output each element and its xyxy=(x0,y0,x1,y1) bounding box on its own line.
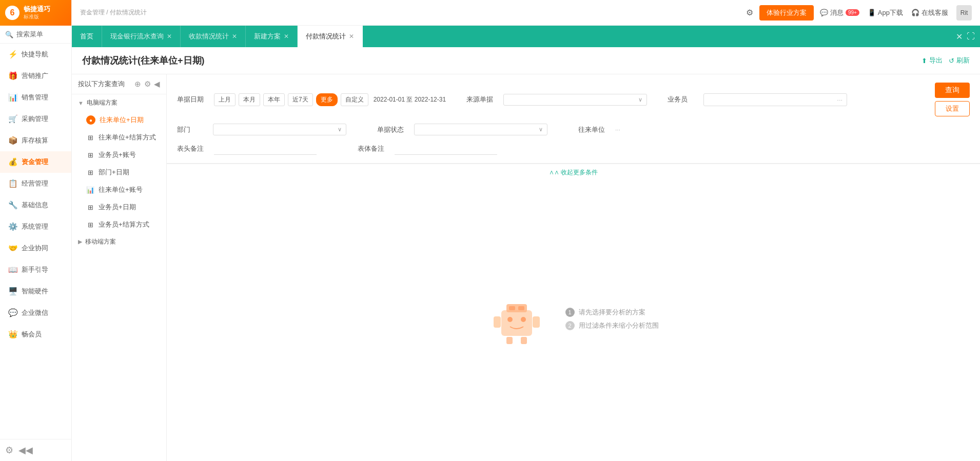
sidebar: 6 畅捷通巧 标准版 🔍 搜索菜单 ⚡ 快捷导航 🎁 营销推广 📊 销售管理 🛒… xyxy=(0,0,72,461)
sidebar-item-enterprise[interactable]: 🤝 企业协同 xyxy=(0,237,71,259)
topbar-settings-icon[interactable]: ⚙ xyxy=(746,8,753,17)
svg-point-9 xyxy=(521,317,526,322)
scheme-item-staff-date[interactable]: ⊞ 业务员+日期 xyxy=(72,198,166,216)
date-btn-this-year[interactable]: 本年 xyxy=(263,93,285,106)
date-btn-more[interactable]: 更多 xyxy=(316,93,338,106)
sidebar-item-label: 库存核算 xyxy=(22,136,48,145)
hint-text-1: 请先选择要分析的方案 xyxy=(579,308,645,317)
online-service-btn[interactable]: 🎧 在线客服 xyxy=(911,8,948,17)
logo-sub: 标准版 xyxy=(24,13,50,21)
doc-status-select[interactable]: ∨ xyxy=(414,124,547,135)
collapse-bar[interactable]: ∧∧ 收起更多条件 xyxy=(167,164,980,181)
logo-text: 畅捷通巧 xyxy=(24,5,50,13)
date-btn-7days[interactable]: 近7天 xyxy=(288,93,313,106)
scheme-desktop-section[interactable]: ▼ 电脑端方案 xyxy=(72,94,166,111)
sidebar-nav: ⚡ 快捷导航 🎁 营销推广 📊 销售管理 🛒 采购管理 📦 库存核算 💰 资金管… xyxy=(0,44,71,439)
tab-bank-flow-close[interactable]: ✕ xyxy=(167,33,172,40)
tab-bank-flow[interactable]: 现金银行流水查询 ✕ xyxy=(102,26,181,47)
source-select[interactable]: ∨ xyxy=(503,94,647,106)
query-btn[interactable]: 查询 xyxy=(935,83,970,98)
topbar-right: 💬 消息 99+ 📱 App下载 🎧 在线客服 Rit xyxy=(820,5,972,21)
phone-icon: 📱 xyxy=(868,9,876,16)
svg-rect-3 xyxy=(518,306,524,310)
tab-close-all-icon[interactable]: ✕ xyxy=(956,32,963,42)
date-btn-custom[interactable]: 自定义 xyxy=(341,93,368,106)
company-field: ··· xyxy=(615,126,970,133)
scheme-item-label: 部门+日期 xyxy=(99,168,129,177)
svg-rect-4 xyxy=(494,316,501,328)
sidebar-bottom: ⚙ ◀◀ xyxy=(0,439,71,461)
sidebar-item-label: 营销推广 xyxy=(22,71,48,81)
sidebar-item-quick-nav[interactable]: ⚡ 快捷导航 xyxy=(0,44,71,65)
app-download-btn[interactable]: 📱 App下载 xyxy=(868,8,903,17)
dept-select[interactable]: ∨ xyxy=(213,124,346,135)
tab-payment-stat[interactable]: 付款情况统计 ✕ xyxy=(298,26,363,47)
sidebar-search[interactable]: 🔍 搜索菜单 xyxy=(0,26,71,44)
sidebar-item-operation[interactable]: 📋 经营管理 xyxy=(0,173,71,194)
scheme-item-company-date[interactable]: ● 往来单位+日期 xyxy=(72,111,166,129)
settings-btn[interactable]: 设置 xyxy=(935,101,970,116)
sidebar-item-guide[interactable]: 📖 新手引导 xyxy=(0,259,71,280)
scheme-item-staff-account[interactable]: ⊞ 业务员+账号 xyxy=(72,146,166,164)
company-label: 往来单位 xyxy=(578,125,605,134)
wechat-icon: 💬 xyxy=(8,308,17,317)
scheme-add-icon[interactable]: ⊕ xyxy=(134,79,141,89)
scheme-item-company-settle[interactable]: ⊞ 往来单位+结算方式 xyxy=(72,129,166,146)
scheme-collapse-icon[interactable]: ◀ xyxy=(154,79,160,89)
main-content: 资金管理 / 付款情况统计 ⚙ 体验行业方案 💬 消息 99+ 📱 App下载 … xyxy=(72,0,980,461)
sidebar-item-sales[interactable]: 📊 销售管理 xyxy=(0,87,71,108)
svg-rect-6 xyxy=(506,337,513,344)
message-label: 消息 xyxy=(830,8,844,17)
tab-new-scheme-close[interactable]: ✕ xyxy=(284,33,289,40)
btn-group: 查询 设置 xyxy=(935,83,970,116)
sidebar-logo: 6 畅捷通巧 标准版 xyxy=(0,0,71,26)
user-avatar[interactable]: Rit xyxy=(956,5,972,21)
export-btn[interactable]: ⬆ 导出 xyxy=(922,56,943,65)
search-icon: 🔍 xyxy=(5,31,13,38)
tab-receipt-close[interactable]: ✕ xyxy=(232,33,237,40)
scheme-settings-icon[interactable]: ⚙ xyxy=(144,79,151,89)
head-note-input[interactable] xyxy=(214,143,317,155)
scheme-item-label: 业务员+账号 xyxy=(99,150,136,159)
settings-bottom-icon[interactable]: ⚙ xyxy=(5,445,13,456)
user-name: Rit xyxy=(961,9,968,16)
sidebar-item-member[interactable]: 👑 畅会员 xyxy=(0,324,71,345)
app-download-label: App下载 xyxy=(878,8,903,17)
sidebar-item-finance[interactable]: 💰 资金管理 xyxy=(0,151,71,173)
sidebar-item-hardware[interactable]: 🖥️ 智能硬件 xyxy=(0,280,71,302)
scheme-item-dept-date[interactable]: ⊞ 部门+日期 xyxy=(72,164,166,181)
sidebar-item-inventory[interactable]: 📦 库存核算 xyxy=(0,130,71,151)
enterprise-icon: 🤝 xyxy=(8,244,17,253)
tab-receipt-stat[interactable]: 收款情况统计 ✕ xyxy=(181,26,246,47)
tab-expand-icon[interactable]: ⛶ xyxy=(967,32,975,41)
sidebar-item-marketing[interactable]: 🎁 营销推广 xyxy=(0,65,71,87)
tab-home[interactable]: 首页 xyxy=(72,26,102,47)
collapse-label: 收起更多条件 xyxy=(561,169,598,176)
hint-num-1: 1 xyxy=(565,308,575,317)
staff-select[interactable]: ··· xyxy=(703,93,847,106)
svg-rect-7 xyxy=(521,337,527,344)
scheme-item-label: 往来单位+账号 xyxy=(99,185,143,194)
scheme-mobile-section[interactable]: ▶ 移动端方案 xyxy=(72,233,166,250)
collapse-sidebar-icon[interactable]: ◀◀ xyxy=(18,445,33,456)
scheme-grid-icon-4: ⊞ xyxy=(86,203,94,211)
sidebar-item-wechat[interactable]: 💬 企业微信 xyxy=(0,302,71,324)
search-label: 搜索菜单 xyxy=(16,30,43,39)
scheme-item-staff-settle[interactable]: ⊞ 业务员+结算方式 xyxy=(72,216,166,233)
export-icon: ⬆ xyxy=(922,57,927,65)
hint-num-2: 2 xyxy=(565,321,575,330)
scheme-item-company-account[interactable]: 📊 往来单位+账号 xyxy=(72,181,166,198)
refresh-label: 刷新 xyxy=(956,56,970,65)
body-note-input[interactable] xyxy=(395,143,497,155)
refresh-btn[interactable]: ↺ 刷新 xyxy=(949,56,970,65)
sidebar-item-basic[interactable]: 🔧 基础信息 xyxy=(0,194,71,216)
message-badge: 99+ xyxy=(846,9,859,16)
tab-new-scheme[interactable]: 新建方案 ✕ xyxy=(246,26,298,47)
sidebar-item-system[interactable]: ⚙️ 系统管理 xyxy=(0,216,71,237)
message-btn[interactable]: 💬 消息 99+ xyxy=(820,8,859,17)
date-btn-last-month[interactable]: 上月 xyxy=(214,93,236,106)
trial-btn[interactable]: 体验行业方案 xyxy=(759,5,814,21)
sidebar-item-purchase[interactable]: 🛒 采购管理 xyxy=(0,108,71,130)
date-btn-this-month[interactable]: 本月 xyxy=(239,93,260,106)
tab-payment-close[interactable]: ✕ xyxy=(349,33,354,40)
